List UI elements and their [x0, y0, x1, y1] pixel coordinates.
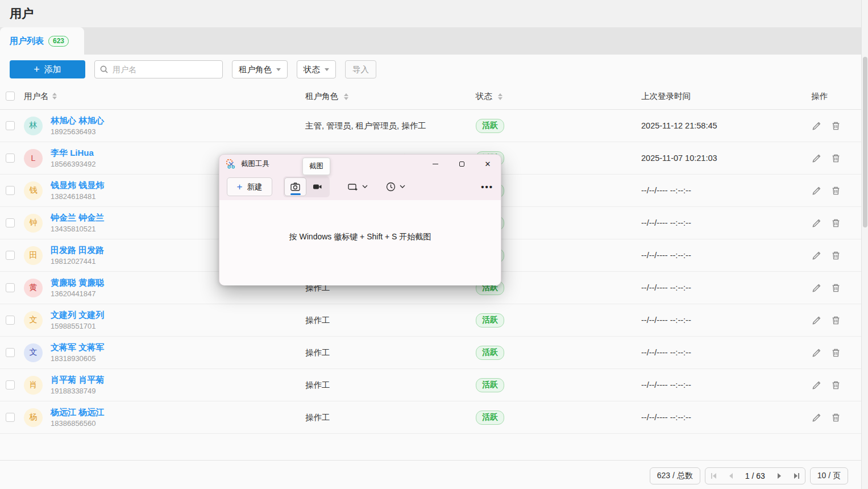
- user-name-link[interactable]: 杨远江 杨远江: [51, 407, 104, 418]
- status-badge: 活跃: [476, 411, 504, 425]
- edit-button[interactable]: [811, 185, 822, 196]
- user-name-link[interactable]: 钟金兰 钟金兰: [51, 213, 104, 223]
- delete-button[interactable]: [830, 121, 841, 131]
- delete-button[interactable]: [830, 185, 841, 196]
- snipping-tool-title: 截图工具: [241, 159, 269, 169]
- delete-button[interactable]: [830, 250, 841, 261]
- row-checkbox[interactable]: [6, 316, 15, 325]
- row-checkbox[interactable]: [6, 283, 15, 292]
- row-checkbox[interactable]: [6, 251, 15, 260]
- scrollbar-thumb[interactable]: [863, 57, 867, 227]
- header-status[interactable]: 状态: [476, 91, 641, 102]
- maximize-button[interactable]: [448, 155, 475, 173]
- row-checkbox[interactable]: [6, 380, 15, 389]
- role-filter-dropdown[interactable]: 租户角色: [232, 60, 288, 78]
- trash-icon: [830, 218, 841, 229]
- delete-button[interactable]: [830, 153, 841, 164]
- last-login-time: --/--/---- --:--:--: [641, 348, 811, 357]
- user-name-link[interactable]: 黄廉聪 黄廉聪: [51, 277, 104, 288]
- user-phone: 18566393492: [51, 160, 96, 168]
- avatar: 林: [24, 117, 43, 135]
- trash-icon: [830, 250, 841, 261]
- edit-button[interactable]: [811, 121, 822, 131]
- user-roles: 操作工: [305, 347, 476, 358]
- trash-icon: [830, 283, 841, 293]
- row-checkbox[interactable]: [6, 121, 15, 130]
- prev-page-button[interactable]: [722, 468, 740, 484]
- user-name-link[interactable]: 文建列 文建列: [51, 310, 104, 321]
- header-actions: 操作: [811, 91, 868, 102]
- status-filter-dropdown[interactable]: 状态: [297, 60, 336, 78]
- user-name-link[interactable]: 林旭心 林旭心: [51, 115, 104, 126]
- user-name-link[interactable]: 肖平菊 肖平菊: [51, 375, 104, 386]
- row-checkbox[interactable]: [6, 348, 15, 357]
- avatar: 肖: [24, 376, 43, 395]
- user-phone: 18318930605: [51, 354, 104, 363]
- delay-dropdown[interactable]: [385, 181, 405, 192]
- selected-mode-indicator: [290, 193, 301, 195]
- header-username[interactable]: 用户名: [24, 91, 305, 102]
- rectangle-snip-icon: [347, 182, 359, 192]
- more-options-button[interactable]: •••: [481, 182, 493, 192]
- user-name-link[interactable]: 文蒋军 文蒋军: [51, 342, 104, 353]
- add-user-button[interactable]: + 添加: [10, 60, 85, 78]
- record-mode-button[interactable]: [306, 177, 329, 196]
- trash-icon: [830, 412, 841, 423]
- delete-button[interactable]: [830, 218, 841, 229]
- snip-shape-dropdown[interactable]: [347, 182, 368, 192]
- sort-icon[interactable]: [344, 93, 348, 100]
- last-login-time: --/--/---- --:--:--: [641, 380, 811, 389]
- screenshot-mode-button[interactable]: [284, 177, 306, 196]
- edit-button[interactable]: [811, 250, 822, 261]
- row-checkbox[interactable]: [6, 218, 15, 227]
- row-checkbox[interactable]: [6, 413, 15, 422]
- new-snip-button[interactable]: + 新建: [227, 177, 272, 196]
- user-phone: 13435810521: [51, 225, 104, 233]
- edit-button[interactable]: [811, 218, 822, 229]
- delete-button[interactable]: [830, 347, 841, 358]
- user-name-link[interactable]: 钱显炜 钱显炜: [51, 180, 104, 191]
- user-name-link[interactable]: 李华 LiHua: [51, 148, 96, 159]
- sort-icon[interactable]: [498, 93, 502, 100]
- next-page-button[interactable]: [771, 468, 788, 484]
- edit-button[interactable]: [811, 283, 822, 293]
- first-page-button[interactable]: [705, 468, 722, 484]
- vertical-scrollbar[interactable]: [861, 0, 868, 489]
- close-button[interactable]: ✕: [475, 155, 501, 173]
- edit-button[interactable]: [811, 380, 822, 391]
- tab-user-list[interactable]: 用户列表 623: [0, 27, 84, 55]
- last-login-time: --/--/---- --:--:--: [641, 283, 811, 292]
- pencil-icon: [811, 185, 822, 196]
- snipping-tool-titlebar[interactable]: 截图工具 截图 ✕: [219, 155, 501, 173]
- import-button[interactable]: 导入: [345, 60, 376, 78]
- edit-button[interactable]: [811, 315, 822, 326]
- pencil-icon: [811, 380, 822, 391]
- edit-button[interactable]: [811, 347, 822, 358]
- last-login-time: 2025-11-07 10:21:03: [641, 154, 811, 163]
- edit-button[interactable]: [811, 412, 822, 423]
- user-phone: 15988551701: [51, 322, 104, 330]
- last-page-button[interactable]: [788, 468, 805, 484]
- delete-button[interactable]: [830, 412, 841, 423]
- select-all-checkbox[interactable]: [6, 92, 15, 101]
- plus-icon: +: [237, 182, 243, 192]
- page-indicator: 1 / 63: [740, 471, 771, 480]
- user-roles: 操作工: [305, 412, 476, 423]
- edit-button[interactable]: [811, 153, 822, 164]
- clock-icon: [385, 181, 396, 192]
- pagination-bar: 623 / 总数 1 / 63 10 / 页: [0, 460, 868, 489]
- page-title: 用户: [10, 6, 34, 22]
- row-checkbox[interactable]: [6, 154, 15, 163]
- chevron-down-icon: [400, 185, 405, 189]
- delete-button[interactable]: [830, 380, 841, 391]
- search-input[interactable]: [113, 65, 218, 74]
- user-name-link[interactable]: 田发路 田发路: [51, 245, 104, 256]
- sort-icon[interactable]: [52, 93, 57, 100]
- minimize-icon: [433, 164, 438, 165]
- delete-button[interactable]: [830, 315, 841, 326]
- page-size-box[interactable]: 10 / 页: [810, 467, 848, 484]
- minimize-button[interactable]: [422, 155, 448, 173]
- delete-button[interactable]: [830, 283, 841, 293]
- row-checkbox[interactable]: [6, 186, 15, 195]
- header-role[interactable]: 租户角色: [305, 91, 476, 102]
